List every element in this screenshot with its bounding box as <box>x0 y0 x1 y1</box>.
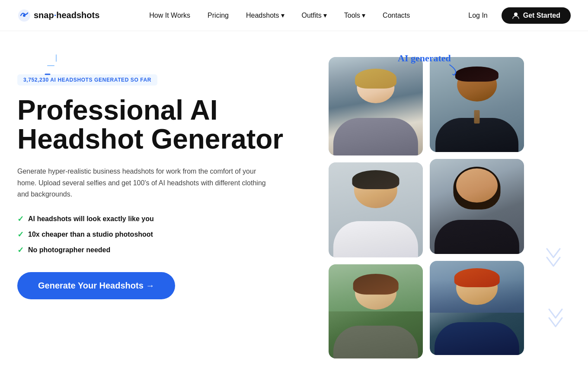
nav-actions: Log In Get Started <box>460 7 571 24</box>
badge: 3,752,230 AI HEADSHOTS GENERATED SO FAR <box>17 74 157 86</box>
hero-right: AI generated <box>311 57 571 358</box>
navbar: snap·headshots How It Works Pricing Head… <box>0 0 588 31</box>
image-column-1 <box>329 57 423 358</box>
check-icon-2: ✓ <box>17 230 24 239</box>
feature-item-1: ✓ AI headshots will look exactly like yo… <box>17 214 311 224</box>
hero-title: Professional AI Headshot Generator <box>17 96 311 154</box>
hero-left: 3,752,230 AI HEADSHOTS GENERATED SO FAR … <box>17 57 311 299</box>
nav-links: How It Works Pricing Headshots ▾ Outfits… <box>142 8 417 23</box>
logo[interactable]: snap·headshots <box>17 9 99 22</box>
feature-list: ✓ AI headshots will look exactly like yo… <box>17 214 311 255</box>
chevron-down-icon: ▾ <box>323 11 327 19</box>
headshot-6 <box>430 261 524 355</box>
hero-section: 3,752,230 AI HEADSHOTS GENERATED SO FAR … <box>0 31 588 371</box>
feature-item-2: ✓ 10x cheaper than a studio photoshoot <box>17 230 311 239</box>
check-icon-3: ✓ <box>17 245 24 255</box>
logo-icon <box>17 9 31 22</box>
feature-item-3: ✓ No photographer needed <box>17 245 311 255</box>
nav-headshots[interactable]: Headshots ▾ <box>239 8 291 23</box>
ai-label-container: AI generated <box>398 48 467 80</box>
image-column-2 <box>430 57 524 358</box>
chevron-down-icon: ▾ <box>362 11 365 19</box>
ai-generated-svg: AI generated <box>398 48 467 79</box>
nav-outfits[interactable]: Outfits ▾ <box>295 8 334 23</box>
deco-line1 <box>43 53 69 80</box>
nav-how-it-works[interactable]: How It Works <box>142 8 197 23</box>
svg-point-1 <box>23 14 26 17</box>
svg-point-2 <box>514 13 518 16</box>
get-started-button[interactable]: Get Started <box>502 7 571 24</box>
hero-description: Generate hyper-realistic business headsh… <box>17 166 268 200</box>
svg-text:AI generated: AI generated <box>398 53 451 63</box>
logo-text: snap·headshots <box>34 10 99 20</box>
nav-contacts[interactable]: Contacts <box>376 8 417 23</box>
headshot-3 <box>329 162 423 257</box>
chevron-down-icon: ▾ <box>281 11 284 19</box>
login-button[interactable]: Log In <box>460 8 496 23</box>
nav-pricing[interactable]: Pricing <box>201 8 236 23</box>
deco-chevron-2 <box>547 305 564 333</box>
nav-tools[interactable]: Tools ▾ <box>337 8 372 23</box>
headshot-4 <box>430 159 524 254</box>
check-icon-1: ✓ <box>17 214 24 224</box>
user-icon <box>512 12 520 19</box>
headshot-5 <box>329 264 423 358</box>
generate-headshots-button[interactable]: Generate Your Headshots → <box>17 272 175 299</box>
deco-chevron-1 <box>545 244 562 272</box>
